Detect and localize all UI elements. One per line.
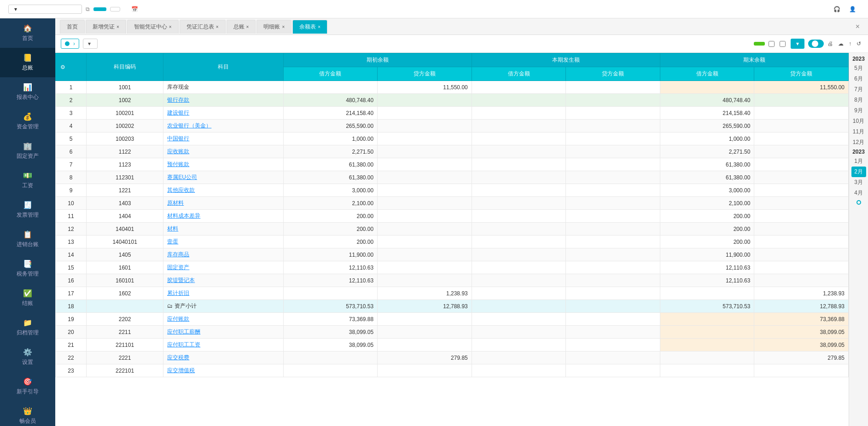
tab-close-4[interactable]: × — [246, 24, 249, 29]
row-name[interactable]: 壹蛋 — [163, 236, 283, 248]
consult-button[interactable]: 🎧 — [833, 6, 842, 12]
row-name[interactable]: 应收账款 — [163, 145, 283, 158]
tab-close-6[interactable]: × — [318, 24, 320, 29]
timeline-month-7月[interactable]: 7月 — [851, 84, 866, 95]
tab-4[interactable]: 总账× — [227, 20, 256, 34]
return-old-version-button[interactable] — [754, 42, 765, 46]
mode-button[interactable]: ▾ — [791, 39, 804, 49]
top-bar-right: 🎧 👤 — [833, 6, 863, 12]
sidebar-item-7[interactable]: 📋进销台账 — [0, 225, 55, 254]
row-end-c — [754, 94, 849, 107]
sidebar-item-9[interactable]: ✅结账 — [0, 283, 55, 313]
row-name[interactable]: 应付职工工资 — [163, 339, 283, 351]
timeline-month-9月[interactable]: 9月 — [851, 105, 866, 116]
calendar-icon[interactable]: 📅 — [131, 6, 138, 12]
timeline-month-11月[interactable]: 11月 — [851, 127, 866, 137]
tab-close-1[interactable]: × — [117, 24, 119, 29]
timeline-month-4月[interactable]: 4月 — [851, 188, 866, 198]
row-name[interactable]: 中国银行 — [163, 132, 283, 145]
sidebar-item-10[interactable]: 📁归档管理 — [0, 313, 55, 342]
row-name[interactable]: 材料 — [163, 223, 283, 236]
row-name[interactable]: 库存商品 — [163, 248, 283, 261]
tab-1[interactable]: 新增凭证× — [86, 20, 126, 34]
row-name[interactable]: 固定资产 — [163, 261, 283, 274]
row-name[interactable]: 应付账款 — [163, 313, 283, 326]
row-end-d: 214,158.40 — [660, 107, 754, 120]
expand-button[interactable]: ▾ — [83, 39, 98, 49]
timeline-month-2月[interactable]: 2月 — [851, 167, 866, 177]
company-selector[interactable]: ▾ — [8, 5, 82, 14]
sidebar-item-5[interactable]: 💵工资 — [0, 166, 55, 195]
row-name[interactable]: 预付账款 — [163, 158, 283, 171]
row-name[interactable]: 赛属EU公司 — [163, 171, 283, 184]
tab-3[interactable]: 凭证汇总表× — [180, 20, 226, 34]
row-name[interactable]: 应付职工薪酬 — [163, 326, 283, 339]
row-end-d — [660, 326, 754, 339]
export-button[interactable]: ↑ — [849, 40, 853, 47]
sidebar-item-4[interactable]: 🏢固定资产 — [0, 136, 55, 166]
row-name[interactable]: 应交增值税 — [163, 364, 283, 377]
row-curr-c — [566, 184, 660, 197]
row-name[interactable]: 原材料 — [163, 197, 283, 210]
switch-version-button[interactable] — [110, 7, 120, 12]
copy-icon[interactable]: ⧉ — [86, 6, 90, 12]
refresh-button[interactable]: ↺ — [856, 40, 862, 47]
tab-close-3[interactable]: × — [216, 24, 219, 29]
row-name[interactable]: 其他应收款 — [163, 184, 283, 197]
filter-circle-icon — [65, 41, 70, 46]
sidebar-item-8[interactable]: 📑税务管理 — [0, 254, 55, 283]
expand-all-toggle[interactable] — [808, 40, 824, 48]
timeline-dot — [856, 200, 861, 205]
tab-5[interactable]: 明细账× — [256, 20, 291, 34]
yearaccum-checkbox[interactable] — [780, 41, 787, 47]
tab-close-2[interactable]: × — [169, 24, 172, 29]
row-name[interactable]: 银行存款 — [163, 94, 283, 107]
row-period-d: 38,099.05 — [283, 326, 378, 339]
row-name[interactable]: 材料成本差异 — [163, 210, 283, 223]
print-button[interactable]: 🖨 — [827, 40, 834, 47]
row-curr-d — [472, 248, 566, 261]
timeline-month-8月[interactable]: 8月 — [851, 95, 866, 105]
tab-2[interactable]: 智能凭证中心× — [127, 20, 179, 34]
row-name[interactable]: 应交税费 — [163, 351, 283, 364]
sidebar-item-1[interactable]: 📒总账 — [0, 48, 55, 77]
row-name[interactable]: 农业银行（美金） — [163, 120, 283, 132]
timeline-month-6月[interactable]: 6月 — [851, 74, 866, 84]
timeline-month-1月[interactable]: 1月 — [851, 156, 866, 167]
row-name[interactable]: 累计折旧 — [163, 287, 283, 300]
sidebar-item-12[interactable]: 🎯新手引导 — [0, 372, 55, 401]
auxiliary-checkbox[interactable] — [769, 41, 776, 47]
filter-button[interactable]: › — [61, 39, 79, 49]
tab-0[interactable]: 首页 — [60, 20, 85, 34]
row-period-c — [378, 132, 472, 145]
sidebar-item-3[interactable]: 💰资金管理 — [0, 107, 55, 136]
row-period-d — [283, 351, 378, 364]
timeline-month-10月[interactable]: 10月 — [851, 116, 866, 127]
sidebar-item-0[interactable]: 🏠首页 — [0, 18, 55, 48]
page-content: › ▾ — [55, 35, 868, 426]
sidebar-icon-1: 📒 — [23, 53, 32, 62]
row-curr-c — [566, 287, 660, 300]
sidebar-item-2[interactable]: 📊报表中心 — [0, 77, 55, 107]
sidebar-item-6[interactable]: 🧾发票管理 — [0, 195, 55, 225]
table-row: 14 1405 库存商品 11,900.00 11,900.00 — [56, 248, 849, 261]
row-code: 222101 — [86, 364, 163, 377]
row-end-c: 12,788.93 — [754, 300, 849, 313]
tab-6[interactable]: 余额表× — [292, 20, 327, 34]
user-avatar[interactable]: 👤 — [849, 6, 856, 12]
row-no: 4 — [56, 120, 87, 132]
timeline-month-3月[interactable]: 3月 — [851, 177, 866, 188]
tab-close-5[interactable]: × — [282, 24, 285, 29]
workbench-button[interactable] — [93, 7, 106, 11]
row-name[interactable]: 胶堤暨记本 — [163, 274, 283, 287]
row-period-c: 11,550.00 — [378, 81, 472, 94]
close-all-button[interactable]: × — [852, 23, 863, 31]
timeline-month-12月[interactable]: 12月 — [851, 137, 866, 148]
sidebar-item-11[interactable]: ⚙️设置 — [0, 342, 55, 372]
settings-th[interactable]: ⚙ — [56, 53, 87, 81]
row-end-d: 3,000.00 — [660, 184, 754, 197]
cloud-print-button[interactable]: ☁ — [838, 40, 845, 47]
row-name[interactable]: 建设银行 — [163, 107, 283, 120]
timeline-month-5月[interactable]: 5月 — [851, 63, 866, 74]
sidebar-item-13[interactable]: 👑畅会员 — [0, 401, 55, 426]
